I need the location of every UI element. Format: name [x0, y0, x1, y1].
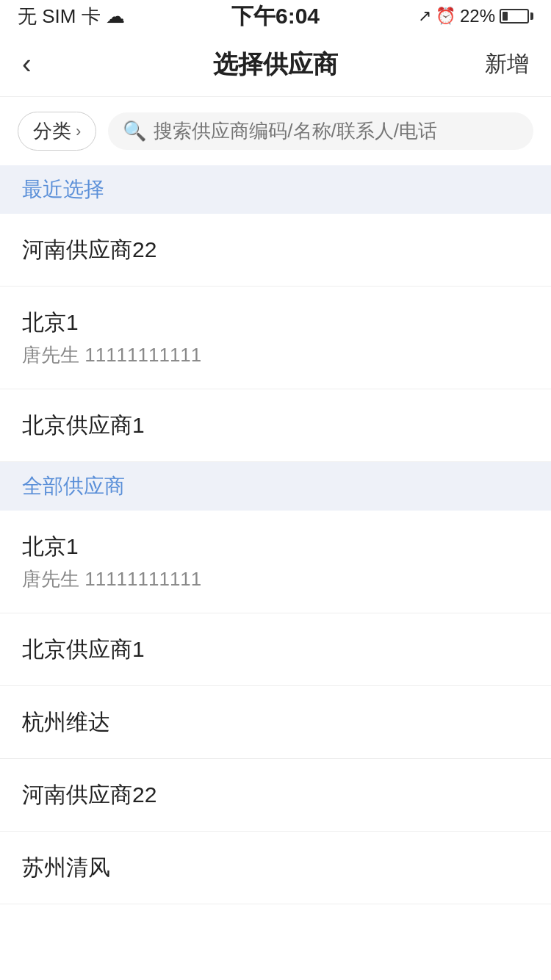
item-contact: 唐先生 11111111111	[22, 342, 529, 368]
list-item[interactable]: 北京1唐先生 11111111111	[0, 511, 551, 613]
nav-bar: ‹ 选择供应商 新增	[0, 32, 551, 97]
page-title: 选择供应商	[213, 48, 338, 82]
sim-status: 无 SIM 卡 ☁	[18, 4, 125, 29]
category-label: 分类	[33, 118, 71, 144]
chevron-right-icon: ›	[76, 122, 81, 141]
all-section-header: 全部供应商	[0, 462, 551, 511]
filter-bar: 分类 › 🔍	[0, 97, 551, 165]
all-list: 北京1唐先生 11111111111北京供应商1杭州维达河南供应商22苏州清风	[0, 511, 551, 904]
search-icon: 🔍	[123, 120, 146, 143]
status-time: 下午6:04	[231, 1, 320, 32]
item-name: 北京1	[22, 307, 529, 338]
list-item[interactable]: 杭州维达	[0, 686, 551, 759]
list-item[interactable]: 河南供应商22	[0, 214, 551, 287]
back-button[interactable]: ‹	[22, 48, 66, 80]
location-icon: ↗	[418, 7, 431, 26]
search-input[interactable]	[154, 120, 519, 143]
item-name: 北京供应商1	[22, 410, 529, 441]
recent-section-header: 最近选择	[0, 165, 551, 214]
item-name: 苏州清风	[22, 852, 529, 883]
status-bar: 无 SIM 卡 ☁ 下午6:04 ↗ ⏰ 22%	[0, 0, 551, 32]
search-box: 🔍	[108, 112, 533, 150]
category-filter[interactable]: 分类 ›	[18, 112, 96, 151]
item-name: 河南供应商22	[22, 779, 529, 810]
add-button[interactable]: 新增	[485, 49, 529, 79]
item-name: 北京供应商1	[22, 634, 529, 665]
item-name: 河南供应商22	[22, 234, 529, 265]
list-item[interactable]: 苏州清风	[0, 832, 551, 904]
battery-percent: 22%	[460, 6, 495, 26]
item-name: 杭州维达	[22, 707, 529, 738]
list-item[interactable]: 北京供应商1	[0, 389, 551, 462]
alarm-icon: ⏰	[436, 7, 455, 26]
status-left: 无 SIM 卡 ☁	[18, 4, 125, 29]
battery-icon	[500, 9, 533, 24]
list-item[interactable]: 北京供应商1	[0, 613, 551, 686]
list-item[interactable]: 河南供应商22	[0, 759, 551, 832]
list-item[interactable]: 北京1唐先生 11111111111	[0, 287, 551, 389]
item-contact: 唐先生 11111111111	[22, 566, 529, 592]
status-right: ↗ ⏰ 22%	[418, 6, 533, 26]
item-name: 北京1	[22, 531, 529, 562]
recent-list: 河南供应商22北京1唐先生 11111111111北京供应商1	[0, 214, 551, 462]
